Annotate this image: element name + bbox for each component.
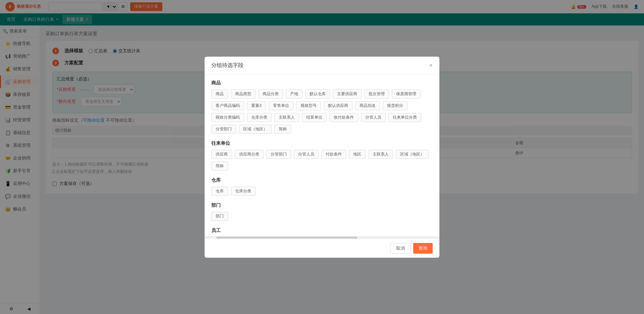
field-tag[interactable]: 分管人员 — [361, 113, 386, 122]
section-partners: 往来单位 供应商 供应商分类 分管部门 分管人员 付款条件 地区 主联系人 区域… — [211, 140, 433, 171]
field-tag[interactable]: 收付款条件 — [329, 113, 358, 122]
field-tag[interactable]: 分管人员 — [294, 150, 319, 159]
field-tag[interactable]: 保质期管理 — [392, 89, 421, 99]
field-tag[interactable]: 往来单位分类 — [388, 113, 421, 122]
field-tag[interactable]: 零售单位 — [269, 101, 293, 110]
section-department-title: 部门 — [211, 202, 433, 208]
field-tag[interactable]: 供应商 — [211, 150, 232, 159]
field-tag[interactable]: 仓库分类 — [231, 187, 256, 196]
field-tag[interactable]: 规格型号 — [296, 101, 321, 110]
field-tag[interactable]: 税收分类编码 — [211, 113, 244, 122]
section-warehouse: 仓库 仓库 仓库分类 — [211, 177, 433, 196]
field-tag[interactable]: 供应商分类 — [235, 150, 264, 159]
section-warehouse-title: 仓库 — [211, 177, 433, 183]
field-tag[interactable]: 产地 — [286, 89, 303, 99]
field-tag[interactable]: 简称 — [274, 125, 291, 134]
field-tag[interactable]: 分管部门 — [211, 125, 236, 134]
field-tag[interactable]: 仓库 — [211, 187, 228, 196]
department-field-grid: 部门 — [211, 212, 433, 221]
products-field-grid: 商品 商品类型 商品分类 产地 默认仓库 主要供应商 批次管理 保质期管理 客户… — [211, 89, 433, 134]
field-tag[interactable]: 简称 — [211, 162, 228, 171]
field-tag[interactable]: 商品 — [211, 89, 228, 99]
field-tag[interactable]: 重量3 — [247, 101, 266, 110]
confirm-button[interactable]: 查询 — [413, 243, 433, 254]
field-tag[interactable]: 部门 — [211, 212, 228, 221]
section-employee-title: 员工 — [211, 228, 433, 234]
field-tag[interactable]: 区域（地区） — [239, 125, 272, 134]
field-tag[interactable]: 区域（地区） — [396, 150, 429, 159]
field-tag[interactable]: 默认仓库 — [305, 89, 330, 99]
field-tag[interactable]: 主要供应商 — [333, 89, 362, 99]
field-tag[interactable]: 商品分类 — [258, 89, 283, 99]
field-tag[interactable]: 商品别名 — [355, 101, 380, 110]
warehouse-field-grid: 仓库 仓库分类 — [211, 187, 433, 196]
section-products-title: 商品 — [211, 80, 433, 86]
field-tag[interactable]: 仓库分类 — [247, 113, 272, 122]
field-tag[interactable]: 批次管理 — [364, 89, 389, 99]
cancel-button[interactable]: 取消 — [390, 243, 411, 254]
section-partners-title: 往来单位 — [211, 140, 433, 146]
modal-close-button[interactable]: × — [429, 62, 433, 69]
field-tag[interactable]: 分管部门 — [266, 150, 291, 159]
modal-footer: 取消 查询 — [205, 239, 439, 258]
modal-header: 分组待选字段 × — [205, 57, 439, 75]
partners-field-grid: 供应商 供应商分类 分管部门 分管人员 付款条件 地区 主联系人 区域（地区） … — [211, 150, 433, 171]
section-department: 部门 部门 — [211, 202, 433, 221]
field-tag[interactable]: 地区 — [349, 150, 366, 159]
field-tag[interactable]: 拣货积分 — [383, 101, 408, 110]
section-employee: 员工 业务员 — [211, 228, 433, 237]
modal-body[interactable]: 商品 商品 商品类型 商品分类 产地 默认仓库 主要供应商 批次管理 保质期管理… — [205, 75, 439, 237]
field-tag[interactable]: 付款条件 — [321, 150, 346, 159]
field-tag[interactable]: 结算单位 — [302, 113, 327, 122]
field-tag[interactable]: 默认供应商 — [324, 101, 353, 110]
field-tag[interactable]: 客户商品编码 — [211, 101, 244, 110]
modal-title: 分组待选字段 — [211, 62, 244, 69]
field-tag[interactable]: 主联系人 — [274, 113, 299, 122]
modal-overlay: 分组待选字段 × 商品 商品 商品类型 商品分类 产地 默认仓库 主要供应商 批… — [0, 0, 644, 314]
field-tag[interactable]: 商品类型 — [231, 89, 256, 99]
section-products: 商品 商品 商品类型 商品分类 产地 默认仓库 主要供应商 批次管理 保质期管理… — [211, 80, 433, 134]
field-tag[interactable]: 主联系人 — [368, 150, 393, 159]
field-selection-modal: 分组待选字段 × 商品 商品 商品类型 商品分类 产地 默认仓库 主要供应商 批… — [205, 57, 439, 258]
